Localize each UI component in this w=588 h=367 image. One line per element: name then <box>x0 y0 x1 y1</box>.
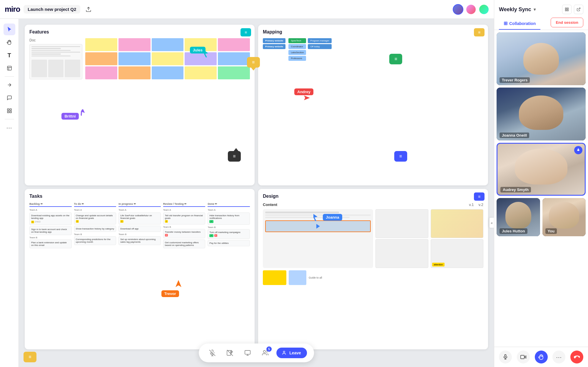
avatar-2[interactable] <box>466 4 476 15</box>
ctrl-end-call[interactable] <box>570 351 583 363</box>
audrey-face <box>515 149 567 185</box>
chat-bubble-yellow: ≡ <box>247 57 260 71</box>
doc-preview <box>29 44 82 79</box>
title-chevron[interactable]: ▾ <box>534 7 536 12</box>
rp-external-btn[interactable] <box>574 5 583 14</box>
table-col-3 <box>65 60 80 77</box>
tasks-section: Tasks Backlog ✏ Team A Download existing… <box>25 189 255 350</box>
participants-button[interactable]: 5 <box>259 346 272 359</box>
done-card-1: Hide transaction history from notificati… <box>208 212 250 225</box>
bottom-bar: 5 Leave <box>199 343 314 362</box>
cursor-andrey-arrow <box>304 95 310 101</box>
cursor-arrow <box>316 224 320 229</box>
map-box-6: Professors <box>288 56 306 61</box>
toolbar-chat-bubble: ≡ <box>24 352 36 362</box>
more-tools[interactable]: ··· <box>4 122 15 133</box>
inprogress-card-2: Download off app <box>118 226 161 232</box>
sticky-10 <box>218 52 250 65</box>
doc-label: Doc <box>29 38 82 42</box>
design-section: Design ≡ Content v.1 v.2 <box>258 189 488 350</box>
camera-button[interactable] <box>223 346 236 359</box>
hand-tool[interactable] <box>4 36 15 48</box>
bubble-tail-yellow <box>251 68 256 71</box>
inprogress-card-1: Life SavFutur outbattlefutur on financia… <box>118 212 161 224</box>
sticky-1 <box>85 38 117 51</box>
svg-rect-4 <box>10 109 11 110</box>
video-you: You <box>542 198 586 236</box>
map-col-mid: SpesTech Coordinator LabsSection Profess… <box>288 38 306 61</box>
rp-controls: ··· <box>494 347 588 367</box>
mapping-title: Mapping <box>263 29 483 35</box>
video-trever: Trever Rogers <box>497 32 586 85</box>
v1-label: v.1 <box>469 202 474 207</box>
wf-line-1 <box>265 212 339 213</box>
wf-v2-1 <box>431 209 484 238</box>
bottom-video-row: Jules Hutton You <box>497 198 586 236</box>
miro-logo: miro <box>5 5 20 14</box>
wf-v2-2: attention <box>431 239 484 268</box>
svg-rect-19 <box>565 8 567 9</box>
bubble-tail-dark <box>234 148 238 151</box>
svg-rect-26 <box>505 355 506 357</box>
todo-col: To do ✏ Team A Change and update account… <box>74 202 116 249</box>
you-name: You <box>545 228 557 234</box>
toolbar-divider-1 <box>5 76 14 77</box>
inprogress-header: In progress ✏ <box>118 202 161 207</box>
features-section: Features ≡ Doc <box>25 25 255 185</box>
team-a3-label: Team A <box>118 209 161 211</box>
video-grid: Trever Rogers Joanna Oneill Audrey Smyth… <box>494 30 588 347</box>
leave-button[interactable]: Leave <box>276 348 307 358</box>
ctrl-hand[interactable] <box>535 351 548 363</box>
rp-layout-btn[interactable] <box>562 5 572 14</box>
collapse-button[interactable]: « <box>490 218 494 228</box>
upload-icon[interactable] <box>84 5 93 14</box>
rv-tag-1: ! <box>165 220 168 223</box>
done-tag-1: ✓ <box>209 220 213 223</box>
frame-tool[interactable] <box>4 105 15 117</box>
backlog-card-2: Sign in to bank account and check on fin… <box>29 226 72 235</box>
project-title[interactable]: Launch new project Q2 <box>24 5 80 14</box>
cursor-tool[interactable] <box>4 24 15 35</box>
team-a4-label: Team A <box>163 209 206 211</box>
svg-rect-14 <box>245 351 250 354</box>
end-session-button[interactable]: End session <box>551 18 583 27</box>
comment-tool[interactable] <box>4 92 15 104</box>
card-tag-1: ! <box>31 221 34 223</box>
team-b-label: Team B <box>29 236 72 239</box>
map-box-1: Primary website <box>263 38 285 43</box>
done-col: Done ✏ Team A Hide transaction history f… <box>208 202 250 249</box>
svg-rect-6 <box>7 111 9 113</box>
tasks-title: Tasks <box>29 194 250 199</box>
todo-card-2: Show transaction history by category <box>74 226 116 232</box>
ctrl-cam[interactable] <box>517 351 530 363</box>
tab-collaboration[interactable]: ⊞ Collaboration <box>499 18 540 30</box>
team-b3-label: Team B <box>118 233 161 236</box>
map-box-2: Primary website <box>263 44 285 49</box>
design-menu[interactable]: ≡ <box>474 192 485 201</box>
arrow-tool[interactable] <box>4 79 15 91</box>
table-col-1 <box>31 60 47 77</box>
wireframe-v2: attention <box>431 209 484 268</box>
todo-tag-1: ! <box>76 220 79 223</box>
doc-line-6 <box>31 56 71 56</box>
sticky-12 <box>118 66 151 79</box>
ctrl-mic[interactable] <box>499 351 512 363</box>
avatar-1[interactable] <box>453 4 463 15</box>
mapping-content: Primary website Primary website SpesTech… <box>263 38 483 61</box>
mapping-section: Mapping ≡ Primary website Primary websit… <box>258 25 488 185</box>
text-tool[interactable]: T <box>4 49 15 61</box>
share-button[interactable] <box>241 346 254 359</box>
participants-count: 5 <box>266 346 272 352</box>
jules-face <box>505 202 532 229</box>
canvas[interactable]: Features ≡ Doc <box>19 19 494 367</box>
ctrl-more[interactable]: ··· <box>552 351 565 363</box>
svg-point-18 <box>283 351 285 353</box>
mapping-menu[interactable]: ≡ <box>474 28 485 36</box>
sticky-tool[interactable] <box>4 62 15 74</box>
mic-button[interactable] <box>206 346 219 359</box>
avatar-3[interactable] <box>479 4 489 15</box>
svg-rect-21 <box>565 10 567 11</box>
features-menu[interactable]: ≡ <box>240 28 251 36</box>
cursor-brittni: Brittni <box>61 113 78 120</box>
chat-bubble-green: ≡ <box>389 54 402 64</box>
